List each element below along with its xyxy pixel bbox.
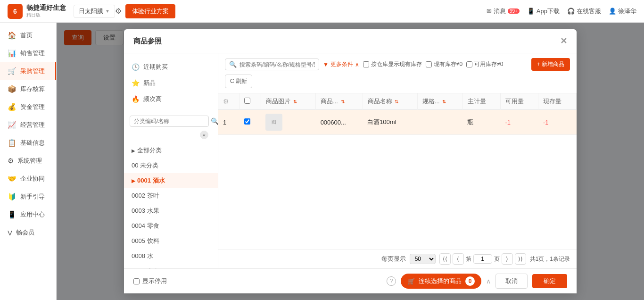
select-all-checkbox[interactable] xyxy=(244,98,250,104)
product-image: 图 xyxy=(265,114,282,131)
per-page-select[interactable]: 50 10 20 100 xyxy=(410,254,436,264)
modal-dialog: 商品参照 ✕ 🕒 近期购买 ⭐ 新 xyxy=(124,29,577,293)
phone-icon: 📱 xyxy=(527,8,535,15)
logo-area: 6 畅捷通好生意 精日版 xyxy=(8,4,66,19)
collab-icon: 🤝 xyxy=(8,175,17,183)
search-box-icon: 🔍 xyxy=(229,61,237,68)
cart-icon: 🛒 xyxy=(407,278,415,285)
cat-0004[interactable]: 0004 零食 xyxy=(124,218,218,233)
sidebar-item-purchase[interactable]: 🛒 采购管理 xyxy=(0,62,56,80)
modal-header: 商品参照 ✕ xyxy=(124,29,577,53)
cat-search-icon[interactable]: 🔍 xyxy=(211,117,218,125)
search-input[interactable] xyxy=(239,61,315,68)
table-row[interactable]: 1 图 000600... 白酒100ml xyxy=(218,110,577,135)
cat-0005[interactable]: 0005 饮料 xyxy=(124,233,218,249)
modal-left-panel: 🕒 近期购买 ⭐ 新品 🔥 频次高 xyxy=(124,53,218,268)
col-img: 商品图片 ⇅ xyxy=(261,93,315,110)
sidebar-item-system[interactable]: ⚙ 系统管理 xyxy=(0,152,56,170)
cat-all[interactable]: ▶ 全部分类 xyxy=(124,143,218,158)
page-nav: ⟨⟨ ⟨ 第 页 ⟩ ⟩⟩ xyxy=(439,253,526,265)
nav-right: ✉ 消息 99+ 📱 App下载 🎧 在线客服 👤 徐泽华 xyxy=(487,7,636,16)
footer-right: ? 🛒 连续选择的商品 0 ∧ 取消 确定 xyxy=(387,274,567,289)
show-disabled-checkbox[interactable]: 显示停用 xyxy=(133,277,167,285)
row-checkbox[interactable] xyxy=(239,110,261,135)
col-checkbox[interactable] xyxy=(239,93,261,110)
cat-0010[interactable]: 0010 家电 xyxy=(124,264,218,268)
cart-count: 0 xyxy=(465,276,475,286)
search-box: 🔍 xyxy=(225,58,319,70)
col-spec: 规格... ⇅ xyxy=(417,93,462,110)
modal-footer: 显示停用 ? 🛒 连续选择的商品 0 ∧ 取消 确定 xyxy=(124,268,577,293)
sidebar-item-basic[interactable]: 📋 基础信息 xyxy=(0,134,56,152)
col-unit: 主计量 xyxy=(462,93,500,110)
sort-spec-icon[interactable]: ⇅ xyxy=(442,99,446,104)
message-btn[interactable]: ✉ 消息 99+ xyxy=(487,7,520,16)
checkbox-usable-ne0[interactable]: 可用库存≠0 xyxy=(466,60,503,68)
settings-icon[interactable]: ⚙ xyxy=(223,98,229,105)
gear-icon[interactable]: ⚙ xyxy=(115,7,122,16)
sort-name-icon[interactable]: ⇅ xyxy=(395,99,398,104)
cat-search-input[interactable] xyxy=(130,116,209,127)
cat-0008[interactable]: 0008 水 xyxy=(124,249,218,264)
frequent-icon: 🔥 xyxy=(132,95,140,103)
add-product-button[interactable]: + 新增商品 xyxy=(531,58,570,71)
purchase-icon: 🛒 xyxy=(8,67,17,75)
sidebar-item-apps[interactable]: 📱 应用中心 xyxy=(0,206,56,224)
service-btn[interactable]: 🎧 在线客服 xyxy=(567,7,601,16)
cat-0001[interactable]: ▶ 0001 酒水 xyxy=(124,173,218,188)
sort-icon[interactable]: ⇅ xyxy=(293,99,297,104)
filter-button[interactable]: ▼ 更多条件 ∧ xyxy=(323,60,359,68)
top-nav: 6 畅捷通好生意 精日版 日太阳膜 ▼ ⚙ 体验行业方案 ✉ 消息 99+ 📱 … xyxy=(0,0,644,23)
app-download-btn[interactable]: 📱 App下载 xyxy=(527,7,560,16)
prev-page-btn[interactable]: ⟨ xyxy=(453,253,464,265)
sidebar-item-collab[interactable]: 🤝 企业协同 xyxy=(0,170,56,188)
next-page-btn[interactable]: ⟩ xyxy=(502,253,513,265)
sidebar-item-inventory[interactable]: 📦 库存核算 xyxy=(0,80,56,98)
sidebar-item-finance[interactable]: 💰 资金管理 xyxy=(0,98,56,116)
checkbox-available-ne0[interactable]: 现有库存≠0 xyxy=(426,60,462,68)
operation-icon: 📈 xyxy=(8,121,17,129)
cart-area[interactable]: 🛒 连续选择的商品 0 xyxy=(401,274,481,289)
last-page-btn[interactable]: ⟩⟩ xyxy=(515,253,526,265)
nav-selector[interactable]: 日太阳膜 ▼ xyxy=(74,5,115,18)
guide-icon: 🔰 xyxy=(8,192,17,201)
sidebar-item-member[interactable]: V 畅会员 xyxy=(0,224,56,242)
cat-0003[interactable]: 0003 水果 xyxy=(124,203,218,218)
refresh-button[interactable]: C 刷新 xyxy=(225,75,252,88)
cancel-button[interactable]: 取消 xyxy=(495,274,528,289)
cat-0002[interactable]: 0002 茶叶 xyxy=(124,188,218,203)
help-icon[interactable]: ? xyxy=(387,276,396,286)
quick-new-btn[interactable]: ⭐ 新品 xyxy=(124,75,218,91)
sidebar-item-home[interactable]: 🏠 首页 xyxy=(0,26,56,44)
exp-button[interactable]: 体验行业方案 xyxy=(125,4,175,18)
sidebar-item-operation[interactable]: 📈 经营管理 xyxy=(0,116,56,134)
sidebar-item-guide[interactable]: 🔰 新手引导 xyxy=(0,188,56,206)
quick-frequent-btn[interactable]: 🔥 频次高 xyxy=(124,91,218,107)
confirm-button[interactable]: 确定 xyxy=(532,274,567,288)
col-settings[interactable]: ⚙ xyxy=(218,93,239,110)
inventory-icon: 📦 xyxy=(8,85,17,93)
pagination: 每页显示 50 10 20 100 ⟨⟨ ⟨ 第 xyxy=(218,249,577,268)
modal-overlay: 商品参照 ✕ 🕒 近期购买 ⭐ 新 xyxy=(57,23,644,300)
sort-code-icon[interactable]: ⇅ xyxy=(341,99,345,104)
footer-left: 显示停用 xyxy=(133,277,167,285)
sidebar-item-sales[interactable]: 📊 销售管理 xyxy=(0,44,56,62)
new-icon: ⭐ xyxy=(132,79,140,87)
cat-00[interactable]: 00 未分类 xyxy=(124,158,218,173)
home-icon: 🏠 xyxy=(8,31,17,40)
modal-right-panel: 🔍 ▼ 更多条件 ∧ 按仓库显示现有库存 xyxy=(218,53,577,268)
chevron-up-icon[interactable]: ∧ xyxy=(486,277,491,285)
member-icon: V xyxy=(8,229,12,237)
page-number-input[interactable] xyxy=(473,254,492,264)
modal-body: 🕒 近期购买 ⭐ 新品 🔥 频次高 xyxy=(124,53,577,268)
row-num: 1 xyxy=(218,110,239,135)
modal-close-button[interactable]: ✕ xyxy=(560,36,567,46)
quick-recent-btn[interactable]: 🕒 近期购买 xyxy=(124,59,218,75)
checkbox-warehouse[interactable]: 按仓库显示现有库存 xyxy=(363,60,422,68)
collapse-btn[interactable]: « xyxy=(200,131,208,139)
layout: 🏠 首页 📊 销售管理 🛒 采购管理 📦 库存核算 💰 资金管理 📈 经营管理 … xyxy=(0,23,644,300)
product-table: ⚙ 商品图片 ⇅ xyxy=(218,93,577,135)
user-btn[interactable]: 👤 徐泽华 xyxy=(609,7,636,16)
row-available: -1 xyxy=(501,110,538,135)
first-page-btn[interactable]: ⟨⟨ xyxy=(439,253,451,265)
